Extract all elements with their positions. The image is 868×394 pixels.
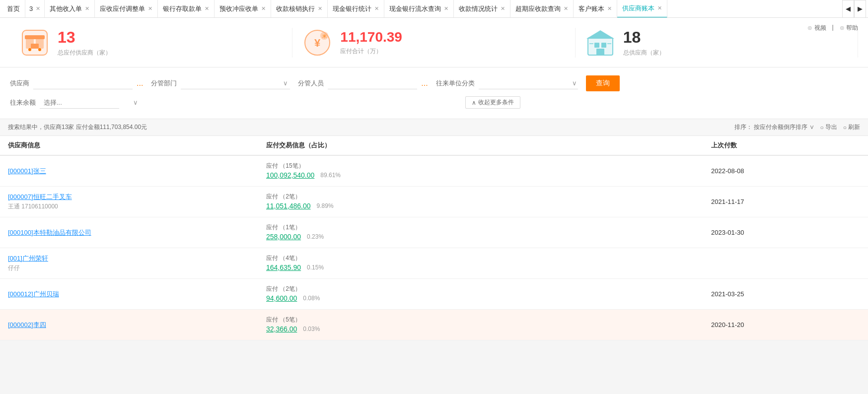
table-row[interactable]: [000012]广州贝瑞 应付 （2笔） 94,600.00 0.08% 202… xyxy=(0,279,868,310)
tx-amount[interactable]: 94,600.00 xyxy=(266,294,297,302)
close-icon[interactable]: ✕ xyxy=(607,5,612,12)
table-row[interactable]: [000001]张三 应付 （15笔） 100,092,540.00 89.61… xyxy=(0,156,868,187)
close-icon[interactable]: ✕ xyxy=(564,5,568,12)
svg-rect-13 xyxy=(594,43,599,48)
person-dots-icon[interactable]: ... xyxy=(421,79,428,88)
close-icon[interactable]: ✕ xyxy=(657,5,662,11)
tx-amount[interactable]: 100,092,540.00 xyxy=(266,171,314,179)
nav-prev-button[interactable]: ◀ xyxy=(842,0,854,18)
last-payment-cell: 2021-03-25 xyxy=(711,290,860,298)
search-area: 供应商 ... 分管部门 ∨ 分管人员 ... 往来单位分类 ∨ xyxy=(0,67,868,119)
svg-point-6 xyxy=(38,48,41,51)
supplier-link[interactable]: [001]广州荣轩 xyxy=(8,254,266,263)
close-icon[interactable]: ✕ xyxy=(148,5,152,12)
tx-amount[interactable]: 32,366.00 xyxy=(266,325,297,333)
tx-label: 应付 （15笔） xyxy=(266,162,711,170)
nav-tab-overdue-ar[interactable]: 超期应收款查询 ✕ xyxy=(510,0,574,18)
category-input[interactable] xyxy=(479,77,570,89)
person-input[interactable] xyxy=(328,77,417,89)
table-row[interactable]: [000002]李四 应付 （5笔） 32,366.00 0.03% 2020-… xyxy=(0,310,868,340)
query-button[interactable]: 查询 xyxy=(586,75,620,91)
nav-tab-cash-bank-stat[interactable]: 现金银行统计 ✕ xyxy=(328,0,384,18)
nav-tab-other-income[interactable]: 其他收入单 ✕ xyxy=(45,0,95,18)
table-row[interactable]: [000100]本特勒油品有限公司 应付 （1笔） 258,000.00 0.2… xyxy=(0,217,868,248)
transaction-cell: 应付 （5笔） 32,366.00 0.03% xyxy=(266,316,711,334)
tx-label: 应付 （4笔） xyxy=(266,254,711,263)
nav-tab-bank-deposit[interactable]: 银行存取款单 ✕ xyxy=(158,0,215,18)
close-icon[interactable]: ✕ xyxy=(85,5,89,12)
supplier-dots-icon[interactable]: ... xyxy=(137,79,143,88)
close-icon[interactable]: ✕ xyxy=(261,5,266,12)
close-icon[interactable]: ✕ xyxy=(205,5,209,12)
tx-percent: 89.61% xyxy=(320,172,341,179)
balance-field: 往来余额 ∨ xyxy=(10,97,119,109)
nav-tab-ar-ap-adjust[interactable]: 应收应付调整单 ✕ xyxy=(95,0,158,18)
chevron-down-icon: ∨ xyxy=(570,79,579,87)
close-icon[interactable]: ✕ xyxy=(374,5,379,12)
tab-label: 收款核销执行 xyxy=(276,4,315,13)
nav-tab-supplier-book[interactable]: 供应商账本 ✕ xyxy=(617,0,667,18)
nav-tab-cash-bank-flow[interactable]: 现金银行流水查询 ✕ xyxy=(384,0,454,18)
tx-amount[interactable]: 258,000.00 xyxy=(266,233,301,241)
stat-value: 18 xyxy=(623,28,665,47)
svg-rect-3 xyxy=(25,35,45,39)
tx-percent: 0.03% xyxy=(303,326,320,332)
balance-input[interactable] xyxy=(40,97,131,108)
store-icon xyxy=(585,28,615,58)
table-row[interactable]: [000007]恒旺二手叉车 王通 17106110000 应付 （2笔） 11… xyxy=(0,187,868,217)
help-link[interactable]: ⊙ 帮助 xyxy=(840,24,858,32)
svg-rect-4 xyxy=(31,44,39,49)
nav-tab-receipt-stat[interactable]: 收款情况统计 ✕ xyxy=(454,0,510,18)
tab-label: 客户账本 xyxy=(579,4,604,13)
collapse-button[interactable]: ∧ 收起更多条件 xyxy=(465,96,520,109)
nav-tab-receipt-verify[interactable]: 收款核销执行 ✕ xyxy=(271,0,328,18)
refresh-button[interactable]: ○ 刷新 xyxy=(843,123,860,131)
transaction-cell: 应付 （1笔） 258,000.00 0.23% xyxy=(266,223,711,242)
table-row[interactable]: [001]广州荣轩 仔仔 应付 （4笔） 164,635.90 0.15% xyxy=(0,248,868,279)
tx-amount[interactable]: 11,051,486.00 xyxy=(266,202,311,210)
stat-value: 11,170.39 xyxy=(340,29,402,45)
col-last-payment: 上次付数 xyxy=(711,141,860,150)
tx-percent: 0.15% xyxy=(307,264,324,271)
supplier-link[interactable]: [000012]广州贝瑞 xyxy=(8,290,266,299)
close-icon[interactable]: ✕ xyxy=(36,5,40,12)
svg-rect-14 xyxy=(601,43,606,48)
supplier-link[interactable]: [000100]本特勒油品有限公司 xyxy=(8,228,266,237)
supplier-field: 供应商 ... xyxy=(10,77,143,89)
supplier-link[interactable]: [000002]李四 xyxy=(8,321,266,329)
table-container: 供应商信息 应付交易信息（占比） 上次付数 [000001]张三 应付 （15笔… xyxy=(0,136,868,340)
results-summary: 搜索结果中，供应商13家 应付金额111,703,854.00元 xyxy=(8,123,147,131)
tab-label: 超期应收款查询 xyxy=(515,4,561,13)
top-nav: 首页 3 ✕ 其他收入单 ✕ 应收应付调整单 ✕ 银行存取款单 ✕ 预收冲应收单… xyxy=(0,0,868,18)
close-icon[interactable]: ✕ xyxy=(501,5,505,12)
stat-label: 总供应商（家） xyxy=(623,49,665,57)
supplier-cell: [000012]广州贝瑞 xyxy=(8,290,266,299)
amount-icon: ¥ 米 xyxy=(302,28,332,58)
supplier-cell: [000001]张三 xyxy=(8,167,266,176)
supplier-link[interactable]: [000007]恒旺二手叉车 xyxy=(8,193,266,201)
nav-tab-customer-book[interactable]: 客户账本 ✕ xyxy=(574,0,617,18)
supplier-link[interactable]: [000001]张三 xyxy=(8,167,266,176)
export-button[interactable]: ○ 导出 xyxy=(820,123,837,131)
video-link[interactable]: ⊙ 视频 xyxy=(807,24,826,32)
dept-select[interactable]: ∨ xyxy=(181,77,290,89)
svg-rect-15 xyxy=(596,49,604,55)
nav-tab-prepay-ar[interactable]: 预收冲应收单 ✕ xyxy=(215,0,271,18)
svg-marker-12 xyxy=(586,30,614,39)
tab-label: 3 xyxy=(29,5,33,12)
supplier-icon xyxy=(20,28,50,58)
category-select[interactable]: ∨ xyxy=(479,77,578,89)
dept-input[interactable] xyxy=(181,77,281,89)
sort-select[interactable]: 按应付余额倒序排序 ∨ xyxy=(754,124,814,131)
search-row-1: 供应商 ... 分管部门 ∨ 分管人员 ... 往来单位分类 ∨ xyxy=(10,75,858,91)
nav-tab-home[interactable]: 首页 xyxy=(2,0,25,18)
tab-label: 其他收入单 xyxy=(50,4,82,13)
balance-select[interactable]: ∨ xyxy=(40,97,119,109)
close-icon[interactable]: ✕ xyxy=(318,5,322,12)
nav-tab-3[interactable]: 3 ✕ xyxy=(25,0,45,18)
supplier-input[interactable] xyxy=(33,77,133,89)
nav-next-button[interactable]: ▶ xyxy=(854,0,866,18)
tx-amount[interactable]: 164,635.90 xyxy=(266,263,301,271)
close-icon[interactable]: ✕ xyxy=(444,5,448,12)
transaction-cell: 应付 （2笔） 94,600.00 0.08% xyxy=(266,285,711,303)
